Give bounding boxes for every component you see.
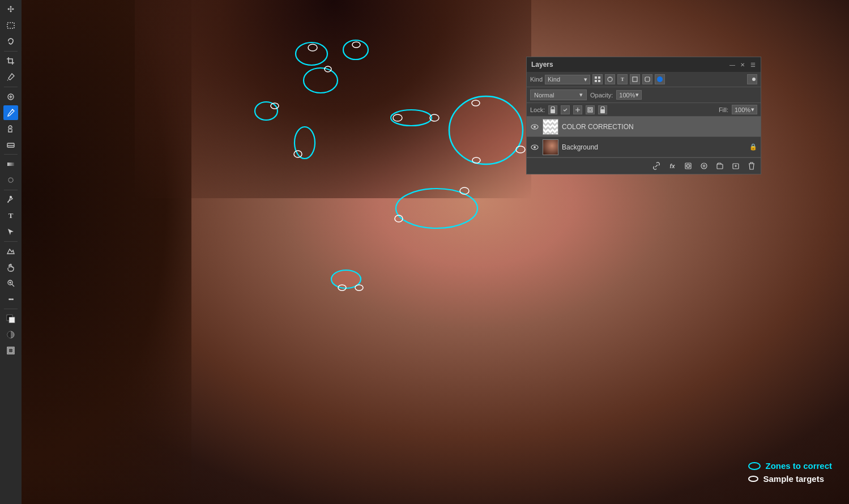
path-select-tool-btn[interactable] xyxy=(3,224,18,239)
shape-tool-btn[interactable] xyxy=(3,244,18,259)
tool-divider-6 xyxy=(4,309,18,309)
select-rect-tool-btn[interactable] xyxy=(3,18,18,33)
gradient-tool-btn[interactable] xyxy=(3,157,18,172)
opacity-label: Opacity: xyxy=(590,92,613,99)
create-group-btn[interactable] xyxy=(714,160,726,172)
layers-panel-titlebar: Layers — ✕ ☰ xyxy=(527,57,761,72)
blur-tool-btn[interactable] xyxy=(3,173,18,187)
layers-filter-row: Kind Kind ▾ T xyxy=(527,72,761,87)
svg-rect-0 xyxy=(7,23,14,28)
blend-mode-dropdown[interactable]: Normal ▾ xyxy=(530,89,587,100)
svg-rect-20 xyxy=(595,80,597,82)
filter-smart-btn[interactable] xyxy=(642,74,652,84)
hair-top-overlay xyxy=(135,0,531,198)
opacity-value-input[interactable]: 100% ▾ xyxy=(616,90,642,100)
hand-tool-btn[interactable] xyxy=(3,260,18,275)
lock-position-btn[interactable] xyxy=(573,105,582,114)
filter-adjust-btn[interactable] xyxy=(605,74,615,84)
type-tool-btn[interactable]: T xyxy=(3,208,18,223)
more-tools-btn[interactable]: ••• xyxy=(3,292,18,306)
svg-point-26 xyxy=(657,76,663,82)
filter-pixel-btn[interactable] xyxy=(592,74,603,84)
filter-label: Kind xyxy=(530,76,543,83)
layers-lock-row: Lock: Fill: 100% ▾ xyxy=(527,103,761,117)
layer-item-color-correction[interactable]: COLOR CORRECTION xyxy=(527,117,761,137)
svg-rect-25 xyxy=(645,77,650,82)
lock-image-btn[interactable] xyxy=(561,105,570,114)
svg-rect-32 xyxy=(588,108,592,112)
opacity-value-text: 100% xyxy=(619,92,635,99)
filter-kind-value: Kind xyxy=(548,76,560,83)
move-tool-btn[interactable] xyxy=(3,2,18,17)
brush-tool-btn[interactable] xyxy=(3,105,18,120)
filter-kind-arrow: ▾ xyxy=(584,76,587,83)
svg-rect-18 xyxy=(595,76,597,79)
tool-divider-4 xyxy=(4,190,18,190)
legend-samples-item: Sample targets xyxy=(748,474,832,484)
layer-thumb-background xyxy=(543,139,558,155)
layers-panel-menu-btn[interactable]: ☰ xyxy=(749,61,756,68)
legend-zones-item: Zones to correct xyxy=(748,461,832,471)
legend-zones-label: Zones to correct xyxy=(765,461,832,471)
layers-panel: Layers — ✕ ☰ Kind Kind ▾ T xyxy=(526,57,761,174)
filter-toggle-btn[interactable] xyxy=(747,74,757,84)
fill-value-text: 100% xyxy=(735,106,750,113)
layers-panel-controls: — ✕ ☰ xyxy=(729,61,756,68)
pen-tool-btn[interactable] xyxy=(3,193,18,207)
fill-label: Fill: xyxy=(719,106,728,113)
layers-list: COLOR CORRECTION Background 🔒 xyxy=(527,117,761,157)
layer-visibility-background[interactable] xyxy=(530,143,539,152)
add-mask-btn[interactable] xyxy=(682,160,694,172)
layers-footer: fx xyxy=(527,157,761,174)
healing-tool-btn[interactable] xyxy=(3,89,18,104)
svg-point-36 xyxy=(534,126,536,128)
svg-point-38 xyxy=(534,146,536,148)
lock-all-btn[interactable] xyxy=(598,105,607,114)
tool-divider-5 xyxy=(4,241,18,242)
lock-pixels-btn[interactable] xyxy=(548,105,557,114)
filter-kind-dropdown[interactable]: Kind ▾ xyxy=(545,75,590,84)
layer-name-color-correction: COLOR CORRECTION xyxy=(562,123,757,131)
layer-fx-btn[interactable]: fx xyxy=(667,160,678,172)
lock-artboard-btn[interactable] xyxy=(586,105,595,114)
new-layer-btn[interactable] xyxy=(730,160,741,172)
svg-rect-19 xyxy=(598,76,600,79)
svg-rect-34 xyxy=(600,109,605,113)
eyedropper-tool-btn[interactable] xyxy=(3,70,18,84)
white-sample-14 xyxy=(355,285,363,291)
tool-divider-1 xyxy=(4,51,18,52)
svg-rect-6 xyxy=(7,163,14,166)
tool-divider-2 xyxy=(4,87,18,87)
cyan-zone-9 xyxy=(331,270,361,288)
layers-blend-row: Normal ▾ Opacity: 100% ▾ xyxy=(527,87,761,103)
legend-white-ellipse xyxy=(748,476,758,482)
filter-type-btn[interactable]: T xyxy=(617,74,628,84)
white-sample-11 xyxy=(395,215,403,222)
zoom-tool-btn[interactable] xyxy=(3,276,18,291)
layer-visibility-color-correction[interactable] xyxy=(530,122,539,131)
filter-color-btn[interactable] xyxy=(655,74,665,84)
screen-mode-btn[interactable] xyxy=(3,343,18,358)
svg-point-28 xyxy=(752,78,756,81)
quick-mask-btn[interactable] xyxy=(3,327,18,342)
delete-layer-btn[interactable] xyxy=(746,160,757,172)
layers-panel-collapse-btn[interactable]: — xyxy=(729,61,736,68)
link-layers-btn[interactable] xyxy=(651,160,662,172)
tool-divider-3 xyxy=(4,154,18,155)
svg-rect-29 xyxy=(551,109,555,113)
add-adjustment-btn[interactable] xyxy=(698,160,710,172)
lasso-tool-btn[interactable] xyxy=(3,34,18,49)
layer-item-background[interactable]: Background 🔒 xyxy=(527,137,761,157)
eraser-tool-btn[interactable] xyxy=(3,137,18,152)
legend-samples-label: Sample targets xyxy=(763,474,824,484)
layers-panel-close-btn[interactable]: ✕ xyxy=(739,61,746,68)
swap-colors-btn[interactable] xyxy=(3,311,18,326)
svg-rect-17 xyxy=(8,348,13,353)
crop-tool-btn[interactable] xyxy=(3,54,18,69)
stamp-tool-btn[interactable] xyxy=(3,121,18,136)
fill-value-input[interactable]: 100% ▾ xyxy=(732,105,757,114)
svg-rect-21 xyxy=(598,80,600,82)
svg-point-8 xyxy=(10,197,12,198)
filter-shape-btn[interactable] xyxy=(630,74,640,84)
legend: Zones to correct Sample targets xyxy=(748,461,832,487)
